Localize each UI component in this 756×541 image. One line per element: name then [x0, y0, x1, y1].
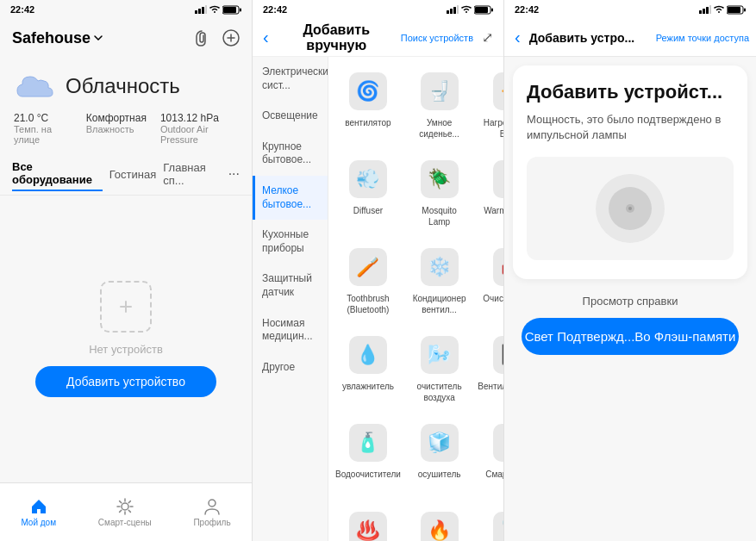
tab-living-room[interactable]: Гостиная — [109, 165, 157, 184]
device-icon-wrap: 💧 — [346, 333, 390, 377]
svg-rect-32 — [709, 5, 711, 14]
device-item[interactable]: 💨Diffuser — [332, 150, 404, 234]
header-action-icons — [193, 29, 240, 47]
nav-profile[interactable]: Профиль — [193, 497, 230, 527]
svg-point-21 — [209, 500, 216, 507]
svg-rect-31 — [706, 7, 709, 14]
device-item[interactable]: 🔥Обогреватели (Bluetooth) — [408, 501, 472, 541]
category-small-appliances[interactable]: Мелкое бытовое... — [253, 176, 328, 220]
battery-icon-2 — [474, 5, 493, 15]
device-icon-wrap: 🚽 — [417, 69, 462, 114]
device-item[interactable]: 🔆Нагреватель в Ванне — [474, 62, 503, 146]
cloud-icon — [16, 72, 55, 100]
header-2: ‹ Добавить вручную Поиск устройств ⤢ — [253, 19, 503, 57]
header-3: ‹ Добавить устро... Режим точки доступа — [504, 19, 756, 57]
device-icon-wrap: ♨️ — [346, 508, 390, 541]
panel-home: 22:42 Safehouse — [0, 0, 253, 541]
device-name: Warming Table — [484, 205, 503, 216]
device-icon-wrap: 🧊 — [417, 420, 462, 465]
category-kitchen[interactable]: Кухонные приборы — [253, 220, 328, 264]
battery-icon — [222, 5, 241, 15]
device-name: Водоочистители — [335, 469, 401, 480]
search-devices-btn[interactable]: Поиск устройств — [401, 33, 473, 43]
device-item[interactable]: 📋Warming Table — [474, 150, 503, 234]
expand-icon[interactable]: ⤢ — [478, 29, 497, 46]
device-icon-img: 🔆 — [493, 72, 503, 110]
device-icon-wrap: 💡 — [490, 420, 503, 465]
nav-home[interactable]: Мой дом — [21, 497, 56, 527]
device-item[interactable]: 🚽Умное сиденье... — [408, 62, 472, 146]
humidity-stat: Комфортная Влажность — [86, 112, 147, 145]
svg-rect-35 — [744, 8, 746, 11]
device-icon-wrap: ❄️ — [417, 245, 462, 289]
device-icon-img: 💨 — [349, 160, 387, 198]
device-item[interactable]: 🤖Очистка робот — [474, 238, 503, 322]
nav-home-label: Мой дом — [21, 518, 56, 527]
category-wearable[interactable]: Носимая медицин... — [253, 308, 328, 352]
device-name: Diffuser — [353, 205, 383, 216]
device-item[interactable]: ♨️Обогреватели — [332, 501, 404, 541]
empty-devices-area: Нет устройств Добавить устройство — [0, 196, 252, 482]
svg-line-18 — [128, 510, 130, 512]
back-button-2[interactable]: ‹ — [259, 28, 272, 47]
device-item[interactable]: 🪥Toothbrush (Bluetooth) — [332, 238, 404, 322]
lamp-icon — [620, 198, 640, 219]
temperature-stat: 21.0 °С Темп. на улице — [14, 112, 72, 145]
tab-all-devices[interactable]: Все оборудование — [12, 157, 103, 191]
device-name: Кондиционер вентил... — [411, 293, 468, 315]
help-text: Просмотр справки — [513, 295, 747, 308]
device-icon-img: 🪥 — [349, 248, 387, 286]
wifi-icon — [209, 5, 220, 14]
svg-rect-27 — [475, 7, 488, 13]
device-name: вентилятор — [345, 117, 390, 128]
device-item[interactable]: 🧴Водоочистители — [332, 414, 404, 498]
device-item[interactable]: 🌀вентилятор — [332, 62, 404, 146]
svg-rect-30 — [703, 9, 705, 14]
tab-bedroom[interactable]: Главная сп... — [163, 158, 221, 190]
status-time-1: 22:42 — [10, 4, 34, 15]
category-lighting[interactable]: Освещение — [253, 101, 328, 132]
add-device-button[interactable]: Добавить устройство — [35, 366, 216, 397]
category-large-appliances[interactable]: Крупное бытовое... — [253, 132, 328, 176]
device-item[interactable]: 🧊осушитель — [408, 414, 472, 498]
category-electrical[interactable]: Электрические сист... — [253, 57, 328, 101]
device-preview — [527, 157, 734, 260]
device-name: очиститель воздуха — [411, 381, 468, 403]
svg-rect-24 — [453, 7, 456, 14]
signal-icon-2 — [447, 5, 459, 14]
device-icon-img: 💡 — [493, 424, 503, 462]
status-bar-3: 22:42 — [504, 0, 756, 19]
device-name: Нагреватель в Ванне — [478, 117, 503, 140]
device-item[interactable]: 💡Смарт-лампа дл... — [474, 414, 503, 498]
status-icons-3 — [699, 5, 746, 15]
device-name: осушитель — [418, 469, 461, 480]
svg-rect-25 — [457, 5, 459, 14]
attachment-icon[interactable] — [193, 29, 210, 47]
svg-line-17 — [119, 501, 121, 503]
signal-icon — [195, 5, 207, 14]
status-icons-1 — [195, 5, 241, 15]
device-item[interactable]: 🪲Mosquito Lamp — [408, 150, 472, 234]
device-item[interactable]: 💧увлажнитель — [332, 326, 404, 410]
header-1: Safehouse — [0, 19, 252, 57]
status-bar-1: 22:42 — [0, 0, 252, 19]
add-icon[interactable] — [222, 29, 240, 47]
tab-more-icon[interactable]: ··· — [228, 166, 240, 182]
category-other[interactable]: Другое — [253, 352, 328, 383]
device-item[interactable]: 🔲Вентиляционный бл... — [474, 326, 503, 410]
back-button-3[interactable]: ‹ — [511, 28, 524, 47]
confirm-flash-btn[interactable]: Свет Подтвержд...Во Флэш-памяти — [522, 318, 739, 355]
signal-icon-3 — [699, 5, 711, 14]
device-item[interactable]: ❄️Кондиционер вентил... — [408, 238, 472, 322]
panel-add-manually: 22:42 ‹ Добавить вручную Поиск устрой — [253, 0, 504, 541]
device-name: Toothbrush (Bluetooth) — [335, 293, 401, 315]
svg-point-37 — [628, 207, 632, 210]
category-security[interactable]: Защитный датчик — [253, 264, 328, 308]
device-icon-img: 📡 — [493, 512, 503, 541]
device-item[interactable]: 📡Youting — [474, 501, 503, 541]
svg-line-20 — [119, 510, 121, 512]
device-item[interactable]: 🌬️очиститель воздуха — [408, 326, 472, 410]
access-point-mode-btn[interactable]: Режим точки доступа — [656, 33, 749, 43]
app-title[interactable]: Safehouse — [12, 29, 103, 47]
nav-scenes[interactable]: Смарт-сцены — [98, 497, 152, 527]
